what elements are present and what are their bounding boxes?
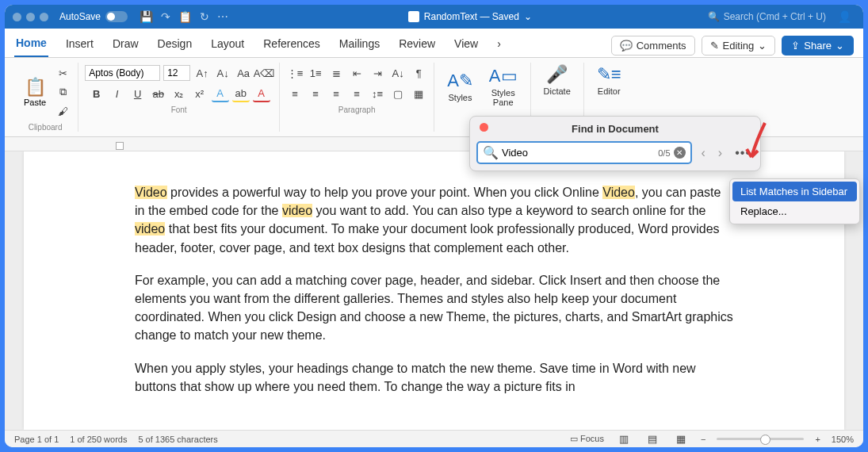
zoom-out-icon[interactable]: − (701, 435, 705, 444)
tab-references[interactable]: References (262, 34, 322, 56)
find-prev-icon[interactable]: ‹ (698, 146, 709, 160)
clipboard-icon: 📋 (25, 77, 46, 98)
menu-list-matches[interactable]: List Matches in Sidebar (732, 182, 857, 201)
word-count[interactable]: 1 of 250 words (70, 435, 127, 444)
comments-button[interactable]: 💬 Comments (611, 36, 695, 56)
font-name-select[interactable] (85, 65, 160, 81)
toggle-icon[interactable] (105, 11, 128, 22)
zoom-level[interactable]: 150% (832, 435, 854, 444)
bold-icon[interactable]: B (88, 85, 105, 102)
cut-icon[interactable]: ✂ (54, 64, 71, 82)
tab-more[interactable]: › (495, 34, 503, 56)
qat-more-icon[interactable]: ⋯ (217, 10, 228, 23)
decrease-indent-icon[interactable]: ⇤ (348, 64, 365, 82)
word-doc-icon (408, 11, 419, 22)
multilevel-list-icon[interactable]: ≣ (327, 64, 345, 82)
microphone-icon: 🎤 (546, 64, 568, 85)
paragraph[interactable]: For example, you can add a matching cove… (135, 271, 733, 345)
underline-icon[interactable]: U (129, 85, 147, 102)
font-size-select[interactable] (163, 65, 190, 81)
tab-insert[interactable]: Insert (64, 34, 95, 56)
document-title[interactable]: RandomText — Saved ⌄ (232, 11, 708, 22)
bullets-icon[interactable]: ⋮≡ (286, 64, 304, 82)
justify-icon[interactable]: ≡ (348, 85, 365, 102)
editing-mode-button[interactable]: ✎ Editing ⌄ (702, 36, 776, 56)
autosave-toggle[interactable]: AutoSave (59, 11, 128, 22)
show-marks-icon[interactable]: ¶ (410, 64, 427, 82)
char-count[interactable]: 5 of 1365 characters (138, 435, 217, 444)
view-web-icon[interactable]: ▤ (644, 431, 661, 448)
statusbar: Page 1 of 1 1 of 250 words 5 of 1365 cha… (5, 430, 863, 447)
styles-pane-button[interactable]: A▭ Styles Pane (483, 64, 524, 109)
highlight-icon[interactable]: ab (232, 85, 250, 102)
zoom-window-icon[interactable] (40, 13, 48, 21)
paragraph[interactable]: When you apply styles, your headings cha… (135, 359, 733, 396)
change-case-icon[interactable]: Aa (235, 64, 252, 82)
find-next-icon[interactable]: › (715, 146, 725, 160)
zoom-in-icon[interactable]: + (815, 435, 820, 444)
paste-button[interactable]: 📋 Paste (19, 75, 51, 109)
window-controls[interactable] (13, 13, 48, 21)
view-print-icon[interactable]: ▥ (615, 431, 633, 448)
chevron-down-icon[interactable]: ⌄ (524, 11, 532, 22)
italic-icon[interactable]: I (109, 85, 126, 102)
comment-icon: 💬 (620, 40, 633, 52)
focus-mode[interactable]: ▭ Focus (570, 434, 604, 444)
search-icon: 🔍 (483, 145, 499, 160)
search-icon: 🔍 (708, 11, 720, 22)
styles-pane-icon: A▭ (489, 66, 518, 86)
find-more-icon[interactable]: ••• (732, 146, 754, 160)
tab-design[interactable]: Design (156, 34, 194, 56)
clear-format-icon[interactable]: A⌫ (255, 64, 273, 82)
menu-replace[interactable]: Replace... (732, 201, 857, 221)
format-painter-icon[interactable]: 🖌 (54, 102, 71, 120)
undo-icon[interactable]: ↷ (161, 10, 170, 23)
paragraph[interactable]: Video provides a powerful way to help yo… (135, 183, 733, 257)
tab-review[interactable]: Review (397, 34, 437, 56)
zoom-slider[interactable] (717, 438, 804, 440)
superscript-icon[interactable]: x² (191, 85, 208, 102)
tab-mailings[interactable]: Mailings (338, 34, 381, 56)
editor-button[interactable]: ✎≡ Editor (591, 63, 628, 98)
tab-home[interactable]: Home (14, 33, 48, 57)
align-left-icon[interactable]: ≡ (286, 85, 304, 102)
align-right-icon[interactable]: ≡ (327, 85, 345, 102)
line-spacing-icon[interactable]: ↕≡ (369, 85, 386, 102)
close-icon[interactable] (480, 123, 488, 132)
tab-draw[interactable]: Draw (111, 34, 140, 56)
shading-icon[interactable]: ▢ (389, 85, 407, 102)
paste-qat-icon[interactable]: 📋 (178, 10, 192, 23)
dictate-button[interactable]: 🎤 Dictate (537, 63, 577, 98)
subscript-icon[interactable]: x₂ (170, 85, 188, 102)
view-outline-icon[interactable]: ▦ (672, 431, 690, 448)
chevron-down-icon: ⌄ (835, 40, 844, 52)
account-icon[interactable]: 👤 (838, 10, 851, 23)
increase-indent-icon[interactable]: ⇥ (369, 64, 386, 82)
strikethrough-icon[interactable]: ab (150, 85, 167, 102)
numbering-icon[interactable]: 1≡ (307, 64, 324, 82)
tab-view[interactable]: View (453, 34, 480, 56)
page-status[interactable]: Page 1 of 1 (14, 435, 59, 444)
clear-icon[interactable]: ✕ (674, 147, 686, 159)
share-button[interactable]: ⇪ Share ⌄ (782, 36, 854, 56)
group-paragraph: ⋮≡ 1≡ ≣ ⇤ ⇥ A↓ ¶ ≡ ≡ ≡ ≡ ↕≡ ▢ ▦ Paragrap… (280, 63, 434, 132)
close-window-icon[interactable] (13, 13, 21, 21)
align-center-icon[interactable]: ≡ (307, 85, 324, 102)
tab-layout[interactable]: Layout (209, 34, 246, 56)
page[interactable]: Video provides a powerful way to help yo… (24, 151, 844, 430)
styles-button[interactable]: A✎ Styles (441, 69, 480, 104)
sort-icon[interactable]: A↓ (389, 64, 407, 82)
redo-icon[interactable]: ↻ (200, 10, 209, 23)
decrease-font-icon[interactable]: A↓ (214, 64, 231, 82)
find-context-menu: List Matches in Sidebar Replace... (729, 178, 860, 224)
minimize-window-icon[interactable] (26, 13, 35, 21)
save-icon[interactable]: 💾 (140, 10, 153, 23)
borders-icon[interactable]: ▦ (410, 85, 427, 102)
font-color-icon[interactable]: A (253, 85, 270, 102)
search-field[interactable]: 🔍 Search (Cmd + Ctrl + U) (708, 11, 826, 22)
copy-icon[interactable]: ⧉ (54, 83, 71, 101)
increase-font-icon[interactable]: A↑ (193, 64, 211, 82)
find-input[interactable] (502, 147, 658, 159)
text-effects-icon[interactable]: A (212, 85, 229, 102)
search-highlight: video (135, 222, 165, 236)
